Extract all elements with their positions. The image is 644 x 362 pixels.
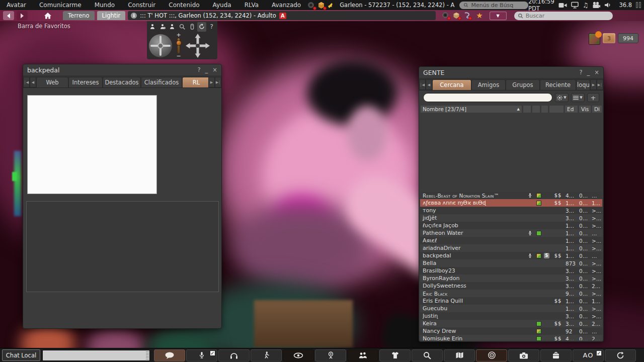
column-voice[interactable]	[523, 105, 531, 113]
menu-item-mundo[interactable]: Mundo	[88, 0, 122, 10]
column-payment[interactable]	[549, 105, 564, 113]
microphone-checkbox[interactable]: ✓	[210, 350, 215, 356]
gestures-button[interactable]	[605, 349, 636, 361]
scripts-icon[interactable]	[463, 12, 470, 19]
camera-orbit-control[interactable]	[149, 34, 172, 57]
camera-object-view-icon[interactable]	[178, 22, 187, 32]
camera-reset-icon[interactable]	[197, 22, 207, 32]
home-button[interactable]	[42, 11, 53, 20]
people-row-4[interactable]: ʝıɗʝêt3…0…>…	[420, 214, 602, 222]
camera-zoom-slider[interactable]: + −	[175, 33, 182, 58]
group-notice-thumbnail[interactable]	[589, 33, 600, 45]
people-row-1[interactable]: Rebel-Beast of Nonation Slain™$$4…0……	[420, 192, 602, 199]
lighting-button[interactable]: Lightir	[97, 11, 126, 20]
music-icon[interactable]: ♫	[583, 2, 589, 9]
location-combo[interactable]: i ::: T' HOT :::, Garleon (152, 234, 224…	[128, 11, 436, 20]
search-button[interactable]	[412, 349, 443, 361]
menu-item-avanzado[interactable]: Avanzado	[265, 0, 307, 10]
people-row-17[interactable]: Justiɳ3…0…>…	[420, 312, 602, 320]
tab-scroll-right-icon[interactable]: ▶	[590, 79, 597, 90]
people-filter-input[interactable]	[423, 93, 552, 102]
people-row-8[interactable]: ariadnaDriver1…0…>…	[420, 244, 602, 252]
tab-scroll-start-icon[interactable]: ⏐◀	[23, 77, 30, 87]
people-row-20[interactable]: Nomisuke Erin$$4…0…2…	[420, 335, 602, 340]
people-button[interactable]	[347, 349, 378, 361]
info-icon[interactable]: i	[131, 13, 137, 19]
tab-scroll-end-icon[interactable]: ▶⏐	[215, 77, 221, 87]
microphone-button[interactable]: ✓	[186, 349, 217, 361]
chat-bubble-button[interactable]	[154, 349, 185, 361]
eye-button[interactable]	[283, 349, 314, 361]
column-age[interactable]: Ed	[565, 105, 578, 113]
column-presence[interactable]	[532, 105, 540, 113]
people-row-15[interactable]: Eris Erina Quill$$1…0…1…	[420, 297, 602, 305]
tab-scroll-right-icon[interactable]: ▶	[208, 77, 215, 87]
people-row-7[interactable]: Aяιєℓ1…0…>…	[420, 237, 602, 244]
profile-tab-destacados[interactable]: Destacados	[103, 77, 141, 87]
search-input[interactable]	[526, 13, 601, 19]
tab-scroll-end-icon[interactable]: ▶⏐	[597, 79, 603, 90]
menu-item-contenido[interactable]: Contenido	[162, 0, 206, 10]
media-icon[interactable]	[307, 2, 315, 9]
minimize-button[interactable]: _	[587, 69, 590, 76]
people-row-18[interactable]: Keira$$3…0…2…	[420, 320, 602, 327]
people-row-13[interactable]: DollySweetness3…0…2…	[420, 282, 602, 290]
chat-input[interactable]	[42, 350, 150, 361]
profile-tab-rl[interactable]: RL	[182, 77, 208, 87]
map-button[interactable]	[444, 349, 475, 361]
display-icon[interactable]	[571, 2, 579, 9]
people-tab-reciente[interactable]: Reciente	[540, 79, 576, 90]
zoom-out-icon[interactable]: −	[176, 54, 181, 58]
profile-tab-clasificados[interactable]: Clasificados	[141, 77, 182, 87]
column-name[interactable]: Nombre [23/7/4] ▲	[420, 105, 522, 113]
help-button[interactable]: ?	[198, 66, 201, 73]
menu-item-rlva[interactable]: RLVa	[238, 0, 265, 10]
help-button[interactable]: ?	[580, 69, 583, 76]
people-tab-bloque[interactable]: Bloque	[576, 79, 590, 90]
camera-side-view-icon[interactable]	[158, 22, 168, 32]
tab-scroll-left-icon[interactable]: ◀	[30, 77, 36, 87]
close-button[interactable]: ×	[212, 66, 217, 73]
chat-input-grip[interactable]	[146, 351, 149, 359]
menu-item-ayuda[interactable]: Ayuda	[206, 0, 238, 10]
people-sort-button[interactable]: ▼	[571, 93, 585, 102]
people-tab-cercana[interactable]: Cercana	[432, 79, 471, 90]
notification-chiclet[interactable]: 3	[603, 33, 615, 43]
people-row-3[interactable]: тоny3…0…>…	[420, 207, 602, 214]
people-row-5[interactable]: ℓυςιfєя Jaçob1…0…>…	[420, 222, 602, 229]
people-row-16[interactable]: Guecubu1…0…>…	[420, 305, 602, 312]
fly-icon[interactable]	[328, 2, 335, 9]
camera-button[interactable]	[508, 349, 539, 361]
people-tab-grupos[interactable]: Grupos	[506, 79, 540, 90]
speaker-icon[interactable]	[604, 2, 612, 9]
people-tab-amigos[interactable]: Amigos	[471, 79, 506, 90]
back-button[interactable]	[3, 11, 14, 20]
headphones-button[interactable]	[218, 349, 250, 361]
inventory-button[interactable]	[540, 349, 572, 361]
minimize-button[interactable]: _	[205, 66, 208, 73]
menu-item-construir[interactable]: Construir	[121, 0, 162, 10]
camera-front-view-icon[interactable]	[148, 22, 157, 32]
forward-button[interactable]	[17, 11, 28, 20]
search-menus-pill[interactable]: Menús de Búsq	[459, 2, 528, 9]
ao-button[interactable]: AO✓	[573, 349, 604, 361]
profile-tab-web[interactable]: Web	[36, 77, 68, 87]
people-titlebar[interactable]: GENTE ? _ ×	[419, 67, 603, 78]
add-person-button[interactable]: +	[587, 93, 599, 102]
tab-scroll-start-icon[interactable]: ⏐◀	[419, 79, 426, 90]
camera-pan-control[interactable]	[185, 33, 210, 58]
profile-titlebar[interactable]: backpedal ? _ ×	[23, 64, 221, 75]
mouselook-icon[interactable]	[187, 22, 197, 32]
people-row-6[interactable]: Patheon Water1…0……	[420, 229, 602, 237]
walk-button[interactable]	[251, 349, 282, 361]
people-options-button[interactable]: ▼	[555, 93, 569, 102]
profile-tab-intereses[interactable]: Intereses	[68, 77, 103, 87]
navbar-expand-chevron[interactable]: ▼	[490, 12, 507, 20]
people-row-12[interactable]: ByronRaydon3…0…>…	[420, 275, 602, 282]
webcam-button[interactable]	[315, 349, 346, 361]
filmcam-icon[interactable]	[592, 2, 600, 9]
local-chat-button[interactable]: Chat Local	[2, 349, 40, 361]
menu-item-avatar[interactable]: Avatar	[0, 0, 33, 10]
terrain-button[interactable]: Terreno	[63, 11, 95, 20]
shirt-button[interactable]	[379, 349, 411, 361]
